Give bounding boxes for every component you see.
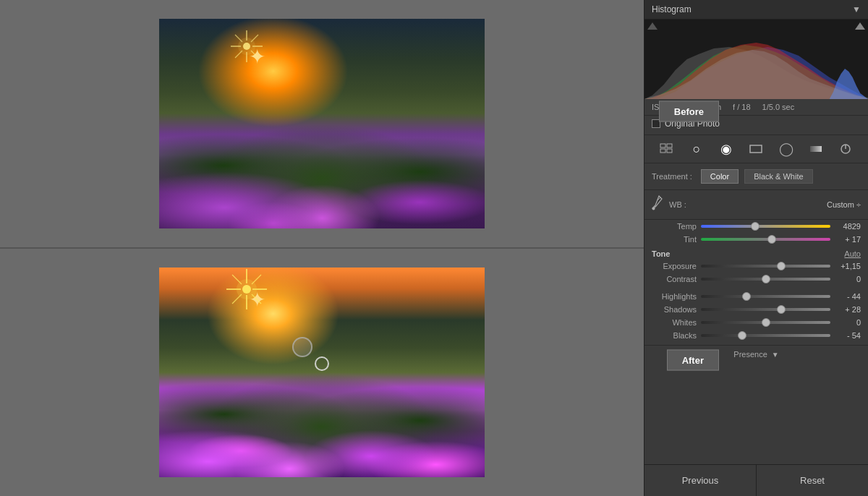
before-photo bbox=[159, 19, 485, 228]
after-panel: After bbox=[0, 247, 644, 496]
shutter-speed: 1/5.0 sec bbox=[762, 103, 795, 111]
svg-rect-25 bbox=[810, 146, 822, 152]
blacks-slider-row: Blacks - 54 bbox=[644, 329, 868, 342]
svg-rect-23 bbox=[667, 149, 672, 153]
treatment-label: Treatment : bbox=[652, 172, 692, 181]
wb-row: WB : Custom ÷ bbox=[644, 190, 868, 220]
treatment-row: Treatment : Color Black & White bbox=[644, 163, 868, 190]
aperture: f / 18 bbox=[733, 103, 750, 111]
crop-tool[interactable]: ○ bbox=[686, 141, 707, 157]
shadows-value: + 28 bbox=[835, 305, 861, 314]
svg-rect-22 bbox=[660, 149, 665, 153]
right-panel: Histogram ▼ ISO 1600 bbox=[644, 0, 868, 496]
tone-label: Tone bbox=[652, 249, 670, 258]
exposure-label: Exposure bbox=[652, 262, 697, 270]
temp-value: 4829 bbox=[835, 222, 861, 231]
bw-treatment-btn[interactable]: Black & White bbox=[744, 169, 812, 184]
svg-point-9 bbox=[238, 38, 255, 55]
whites-slider[interactable] bbox=[701, 321, 830, 324]
presence-chevron: ▼ bbox=[772, 351, 779, 359]
temp-thumb[interactable] bbox=[751, 222, 760, 231]
tint-slider-row: Tint + 17 bbox=[644, 233, 868, 246]
shadows-slider[interactable] bbox=[701, 308, 830, 311]
heal-tool[interactable]: ◉ bbox=[716, 141, 736, 157]
highlights-value: - 44 bbox=[835, 292, 861, 301]
whites-slider-row: Whites 0 bbox=[644, 316, 868, 329]
rect-tool[interactable] bbox=[746, 141, 766, 157]
histogram-canvas bbox=[644, 20, 868, 99]
blacks-slider[interactable] bbox=[701, 334, 830, 337]
tint-label: Tint bbox=[652, 235, 697, 244]
histogram-graph bbox=[644, 20, 868, 99]
main-photo-area: Before bbox=[0, 0, 644, 496]
contrast-slider-row: Contrast 0 bbox=[644, 273, 868, 286]
cursor-inner-circle bbox=[315, 356, 329, 371]
after-flowers bbox=[159, 372, 485, 477]
exposure-slider-row: Exposure +1,15 bbox=[644, 260, 868, 273]
tint-thumb[interactable] bbox=[767, 235, 776, 244]
highlights-slider[interactable] bbox=[701, 295, 830, 298]
wb-value[interactable]: Custom ÷ bbox=[827, 200, 861, 209]
tint-value: + 17 bbox=[835, 235, 861, 244]
svg-rect-20 bbox=[660, 144, 665, 147]
reset-button[interactable]: Reset bbox=[757, 465, 868, 496]
previous-button[interactable]: Previous bbox=[644, 465, 757, 496]
highlights-label: Highlights bbox=[652, 292, 697, 301]
wb-label: WB : bbox=[669, 200, 686, 209]
svg-rect-21 bbox=[667, 144, 672, 147]
histogram-header: Histogram ▼ bbox=[644, 0, 868, 20]
contrast-thumb[interactable] bbox=[762, 275, 770, 283]
bottom-bar: Previous Reset bbox=[644, 464, 868, 496]
svg-rect-24 bbox=[750, 145, 762, 153]
shadows-slider-row: Shadows + 28 bbox=[644, 303, 868, 316]
color-treatment-btn[interactable]: Color bbox=[701, 169, 739, 184]
adjustment-brush-tool[interactable] bbox=[835, 141, 856, 157]
contrast-slider[interactable] bbox=[701, 278, 830, 281]
blacks-label: Blacks bbox=[652, 331, 697, 340]
auto-tone-btn[interactable]: Auto bbox=[844, 249, 861, 258]
histogram-dropdown-icon[interactable]: ▼ bbox=[852, 4, 861, 14]
exposure-value: +1,15 bbox=[835, 262, 861, 270]
blacks-value: - 54 bbox=[835, 331, 861, 340]
shadows-label: Shadows bbox=[652, 305, 697, 314]
temp-slider-row: Temp 4829 bbox=[644, 220, 868, 233]
before-label[interactable]: Before bbox=[659, 101, 719, 121]
after-photo bbox=[159, 268, 485, 477]
exposure-thumb[interactable] bbox=[777, 262, 786, 270]
svg-point-29 bbox=[652, 208, 655, 210]
histogram-title: Histogram bbox=[652, 4, 692, 14]
tools-row: ○ ◉ ◯ bbox=[644, 135, 868, 163]
after-label[interactable]: After bbox=[667, 349, 719, 370]
tint-slider[interactable] bbox=[701, 238, 830, 241]
highlights-slider-row: Highlights - 44 bbox=[644, 290, 868, 303]
cursor-outer-circle bbox=[292, 337, 312, 357]
adjustment-panel: Treatment : Color Black & White WB : Cus… bbox=[644, 163, 868, 464]
temp-label: Temp bbox=[652, 222, 697, 231]
eyedropper-tool[interactable] bbox=[652, 194, 663, 215]
whites-thumb[interactable] bbox=[762, 318, 770, 327]
radial-tool[interactable]: ◯ bbox=[776, 141, 796, 157]
before-flowers bbox=[159, 124, 485, 228]
gradient-tool[interactable] bbox=[806, 141, 826, 157]
contrast-label: Contrast bbox=[652, 275, 697, 283]
highlights-thumb[interactable] bbox=[742, 292, 751, 301]
whites-label: Whites bbox=[652, 318, 697, 327]
temp-slider[interactable] bbox=[701, 225, 830, 228]
contrast-value: 0 bbox=[835, 275, 861, 283]
svg-point-19 bbox=[237, 279, 257, 299]
tone-header: Tone Auto bbox=[644, 246, 868, 260]
presence-label: Presence bbox=[733, 350, 767, 359]
whites-value: 0 bbox=[835, 318, 861, 327]
exposure-slider[interactable] bbox=[701, 265, 830, 268]
before-panel: Before bbox=[0, 0, 644, 247]
shadows-thumb[interactable] bbox=[777, 305, 786, 314]
blacks-thumb[interactable] bbox=[738, 331, 746, 340]
grid-tool[interactable] bbox=[657, 141, 677, 157]
